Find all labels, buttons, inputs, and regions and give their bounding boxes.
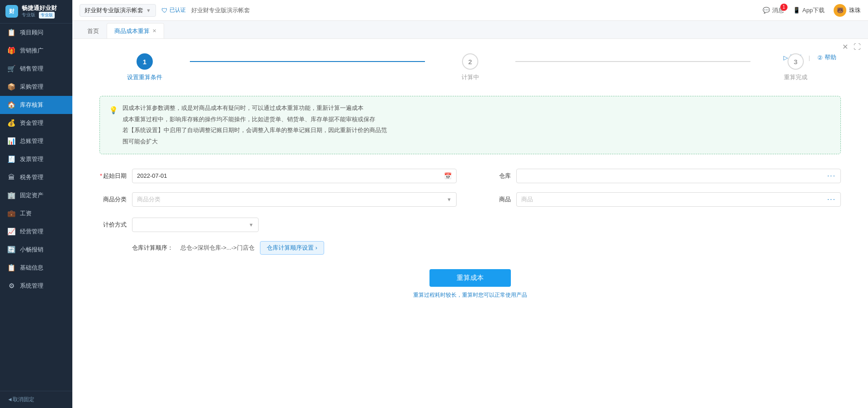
- category-row: 商品分类 商品分类 ▼: [99, 192, 457, 207]
- info-line1: 因成本计算参数调整，或是对商品成本有疑问时，可以通过成本重算功能，重新计算一遍成…: [123, 103, 387, 114]
- sidebar-item-marketing[interactable]: 🎁 营销推广: [0, 42, 72, 60]
- step-2: 2 计算中: [425, 53, 515, 81]
- purchase-icon: 📦: [7, 83, 15, 91]
- account-name: 好业财专业版演示帐套: [85, 6, 143, 14]
- sales-icon: 🛒: [7, 65, 15, 73]
- tabs-bar: 首页 商品成本重算 ✕: [72, 21, 868, 39]
- sidebar-item-label: 经营管理: [20, 228, 43, 236]
- sidebar-nav: 📋 项目顾问 🎁 营销推广 🛒 销售管理 📦 采购管理 🏠 库存核算 💰 资金管…: [0, 24, 72, 391]
- sidebar-item-label: 工资: [20, 209, 32, 218]
- sidebar-item-expense[interactable]: 🔄 小畅报销: [0, 241, 72, 259]
- warehouse-order-settings-button[interactable]: 仓库计算顺序设置 ›: [260, 241, 324, 255]
- sidebar-item-finance[interactable]: 💰 资金管理: [0, 114, 72, 132]
- calendar-icon[interactable]: 📅: [444, 172, 452, 180]
- window-controls: ✕ ⛶: [842, 43, 861, 51]
- sidebar-item-label: 采购管理: [20, 83, 43, 91]
- pricing-input[interactable]: ▼: [132, 218, 259, 232]
- maximize-window-button[interactable]: ⛶: [854, 43, 861, 51]
- pricing-label: 计价方式: [99, 221, 127, 229]
- sidebar-item-label: 库存核算: [20, 101, 43, 109]
- warehouse-order-value: 总仓->深圳仓库->...->门店仓: [180, 244, 255, 252]
- submit-area: 重算成本 重算过程耗时较长，重算时您可以正常使用产品: [99, 269, 841, 299]
- submit-hint: 重算过程耗时较长，重算时您可以正常使用产品: [99, 291, 841, 299]
- sidebar-item-invoice[interactable]: 🧾 发票管理: [0, 150, 72, 168]
- logo-icon: 财: [5, 5, 18, 18]
- category-input[interactable]: 商品分类 ▼: [132, 192, 457, 207]
- message-badge: 1: [780, 4, 788, 11]
- verified-text: 已认证: [170, 6, 186, 14]
- step-line-1: [190, 61, 425, 62]
- logo-sub: 专业版: [22, 12, 35, 18]
- sidebar-item-basic[interactable]: 📋 基础信息: [0, 259, 72, 277]
- step-1-circle: 1: [137, 53, 153, 70]
- user-area[interactable]: 🐻 珠珠: [834, 4, 861, 17]
- sidebar-item-operations[interactable]: 📈 经营管理: [0, 223, 72, 241]
- info-box: 💡 因成本计算参数调整，或是对商品成本有疑问时，可以通过成本重算功能，重新计算一…: [99, 96, 841, 154]
- main-area: 好业财专业版演示帐套 ▼ 🛡 已认证 好业财专业版演示帐套 💬 消息 1 📱 A…: [72, 0, 868, 408]
- tab-cost[interactable]: 商品成本重算 ✕: [107, 23, 164, 38]
- sidebar-unpin[interactable]: ◄取消固定: [0, 391, 72, 408]
- sidebar-item-project[interactable]: 📋 项目顾问: [0, 24, 72, 42]
- sidebar-item-sales[interactable]: 🛒 销售管理: [0, 60, 72, 78]
- step-2-circle: 2: [462, 53, 478, 70]
- sidebar-item-salary[interactable]: 💼 工资: [0, 204, 72, 223]
- start-date-value: 2022-07-01: [137, 172, 444, 179]
- finance-icon: 💰: [7, 119, 15, 127]
- goods-row: 商品 商品 ···: [484, 192, 841, 207]
- tax-icon: 🏛: [7, 173, 15, 181]
- close-window-button[interactable]: ✕: [842, 43, 848, 51]
- topbar-actions: 💬 消息 1 📱 App下载 🐻 珠珠: [763, 4, 861, 17]
- shield-icon: 🛡: [161, 7, 168, 14]
- step-3-circle: 3: [788, 53, 804, 70]
- sidebar-item-label: 税务管理: [20, 173, 43, 181]
- goods-more-icon[interactable]: ···: [827, 195, 836, 204]
- submit-button[interactable]: 重算成本: [429, 269, 511, 287]
- sidebar-item-label: 固定资产: [20, 191, 43, 199]
- marketing-icon: 🎁: [7, 47, 15, 55]
- sidebar-item-accounting[interactable]: 📊 总账管理: [0, 132, 72, 150]
- category-dropdown-icon: ▼: [447, 197, 452, 202]
- pricing-row: 计价方式 ▼: [99, 218, 841, 232]
- sidebar-item-tax[interactable]: 🏛 税务管理: [0, 168, 72, 186]
- app-label: App下载: [802, 6, 825, 14]
- sidebar-item-label: 资金管理: [20, 119, 43, 127]
- sidebar-item-label: 营销推广: [20, 47, 43, 55]
- step-line-2: [515, 61, 750, 62]
- start-date-label: *起始日期: [99, 172, 127, 180]
- avatar[interactable]: 🐻: [834, 4, 846, 17]
- app-download-button[interactable]: 📱 App下载: [793, 6, 825, 14]
- sidebar-badge: 专业版: [39, 12, 55, 19]
- content-area: ✕ ⛶ ▷ 视频 | ② 帮助 1 设置重算条件: [72, 39, 868, 408]
- account-selector[interactable]: 好业财专业版演示帐套 ▼: [80, 4, 156, 17]
- username: 珠珠: [849, 6, 861, 14]
- form-grid: *起始日期 2022-07-01 📅 仓库 ··· 商品分类 商品分类: [99, 169, 841, 207]
- info-line3: 若【系统设置】中启用了自动调整记账日期时，会调整入库单的整单记账日期，因此重新计…: [123, 125, 387, 136]
- warehouse-more-icon[interactable]: ···: [827, 172, 836, 180]
- warehouse-row: 仓库 ···: [484, 169, 841, 183]
- start-date-input[interactable]: 2022-07-01 📅: [132, 169, 457, 183]
- sidebar-item-purchase[interactable]: 📦 采购管理: [0, 78, 72, 96]
- message-button[interactable]: 💬 消息 1: [763, 6, 784, 14]
- tab-cost-close[interactable]: ✕: [152, 28, 156, 34]
- message-icon: 💬: [763, 7, 770, 14]
- step-3-label: 重算完成: [784, 73, 807, 81]
- warehouse-input[interactable]: ···: [516, 169, 841, 183]
- tab-cost-label: 商品成本重算: [114, 27, 150, 35]
- submit-label: 重算成本: [457, 274, 484, 281]
- salary-icon: 💼: [7, 209, 15, 218]
- accounting-icon: 📊: [7, 137, 15, 145]
- tab-home[interactable]: 首页: [80, 23, 107, 38]
- steps-container: 1 设置重算条件 2 计算中 3 重算完成: [99, 53, 841, 81]
- unpin-label: ◄取消固定: [7, 396, 34, 403]
- sidebar-item-label: 发票管理: [20, 155, 43, 163]
- sidebar-item-inventory[interactable]: 🏠 库存核算: [0, 96, 72, 114]
- goods-input[interactable]: 商品 ···: [516, 192, 841, 207]
- inventory-icon: 🏠: [7, 101, 15, 109]
- sidebar-item-label: 基础信息: [20, 264, 43, 272]
- company-name: 好业财专业版演示帐套: [191, 6, 250, 14]
- sidebar-item-assets[interactable]: 🏢 固定资产: [0, 186, 72, 204]
- operations-icon: 📈: [7, 228, 15, 236]
- verified-badge: 🛡 已认证: [161, 6, 186, 14]
- sidebar-item-system[interactable]: ⚙ 系统管理: [0, 277, 72, 295]
- sidebar-item-label: 销售管理: [20, 65, 43, 73]
